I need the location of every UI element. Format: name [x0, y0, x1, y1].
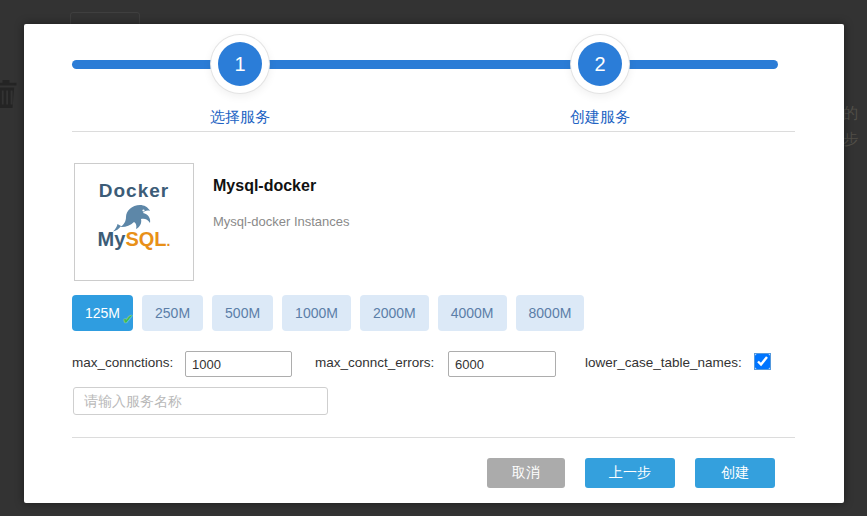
service-subtitle: Mysql-docker Instances [213, 214, 350, 229]
memory-option-1000m[interactable]: 1000M [282, 295, 351, 331]
step-1-label: 选择服务 [170, 108, 310, 127]
memory-options-row: 125M✔ 250M 500M 1000M 2000M 4000M 8000M [72, 295, 584, 331]
trash-icon[interactable] [0, 78, 20, 110]
mysql-dot: . [167, 233, 171, 249]
step-2-number: 2 [594, 53, 605, 75]
service-title: Mysql-docker [213, 177, 316, 195]
memory-option-125m[interactable]: 125M✔ [72, 295, 133, 331]
create-service-dialog: 1 2 选择服务 创建服务 Docker MySQL. Mysql-docker… [24, 24, 844, 503]
lower-case-table-names-label: lower_case_table_names: [585, 355, 742, 370]
step-2-circle: 2 [578, 42, 622, 86]
lower-case-table-names-checkbox[interactable] [755, 354, 770, 369]
step-1-number: 1 [234, 53, 245, 75]
max-connect-errors-label: max_connct_errors: [315, 355, 434, 370]
memory-option-8000m[interactable]: 8000M [516, 295, 585, 331]
memory-option-label: 125M [85, 305, 120, 321]
step-2-label: 创建服务 [530, 108, 670, 127]
mysql-wordmark: MySQL. [75, 228, 193, 251]
memory-option-250m[interactable]: 250M [142, 295, 203, 331]
back-button[interactable]: 上一步 [585, 458, 675, 488]
max-connections-input[interactable] [185, 351, 292, 377]
stepper-progress-bar [72, 60, 778, 69]
mysql-docker-logo: Docker MySQL. [74, 163, 194, 281]
mysql-my-text: My [98, 228, 126, 250]
check-icon: ✔ [122, 301, 134, 337]
docker-wordmark: Docker [75, 180, 193, 202]
max-connect-errors-input[interactable] [448, 351, 556, 377]
memory-option-500m[interactable]: 500M [212, 295, 273, 331]
footer-divider [72, 437, 795, 438]
max-connections-label: max_connctions: [72, 355, 173, 370]
service-name-input[interactable] [73, 387, 328, 415]
mysql-sql-text: SQL [125, 228, 166, 250]
memory-option-2000m[interactable]: 2000M [360, 295, 429, 331]
cancel-button[interactable]: 取消 [487, 458, 565, 488]
create-button[interactable]: 创建 [695, 458, 775, 488]
stepper-divider [72, 131, 795, 132]
memory-option-4000m[interactable]: 4000M [438, 295, 507, 331]
step-1-circle: 1 [218, 42, 262, 86]
